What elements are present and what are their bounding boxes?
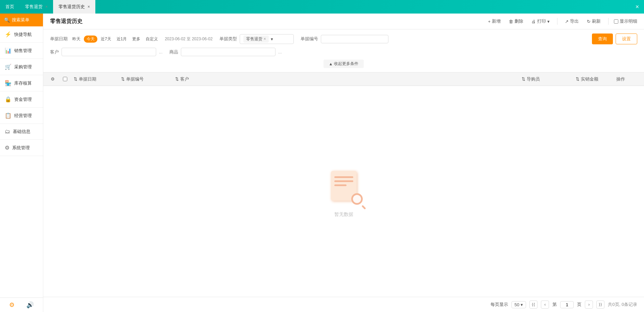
th-date[interactable]: ⇅ 单据日期 [71,76,118,82]
sidebar-item-sales-label: 销售管理 [14,48,32,54]
tab-retail-return[interactable]: 零售退货 × [20,0,53,14]
sidebar-item-operations[interactable]: 📋 经营管理 [0,108,43,124]
show-detail-checkbox[interactable] [614,19,618,24]
date-opt-7days[interactable]: 近7天 [99,36,113,43]
doc-line1 [334,176,353,178]
goods-input[interactable] [181,48,276,56]
show-detail-text: 显示明细 [620,18,637,24]
settings-button[interactable]: 设置 [616,34,637,44]
last-page-btn[interactable]: ⟩⟩ [596,300,604,309]
page-input[interactable] [560,301,574,308]
refresh-button[interactable]: ↻ 刷新 [585,17,603,26]
sidebar-item-operations-label: 经营管理 [14,113,32,119]
volume-icon[interactable]: 🔊 [26,301,34,309]
sort-icon-date: ⇅ [74,76,77,82]
date-opt-1month[interactable]: 近1月 [115,36,129,43]
bill-no-input[interactable] [321,35,388,43]
total-info: 共0页, 0条记录 [608,302,637,308]
sidebar-item-quick-nav-label: 快捷导航 [14,31,32,38]
filter-area: 单据日期 昨天 今天 近7天 近1月 更多 自定义 2023-06-02 至 2… [43,29,644,72]
filter-row-2: 客户 ... 商品 ... [50,48,637,56]
export-button[interactable]: ↗ 导出 [563,17,581,26]
delete-button[interactable]: 🗑 删除 [507,17,525,26]
tab-retail-return-history-label: 零售退货历史 [58,4,85,10]
divider1 [557,18,557,25]
th-guide[interactable]: ⇅ 导购员 [519,76,573,82]
tab-retail-return-close[interactable]: × [45,4,48,9]
table-select-all[interactable] [59,77,71,81]
collapse-button[interactable]: ▲ 收起更多条件 [324,60,364,68]
quick-nav-icon: ⚡ [5,31,11,38]
search-menu-label: 搜索菜单 [12,17,29,23]
empty-text: 暂无数据 [334,211,353,218]
date-opt-yesterday[interactable]: 昨天 [70,36,82,43]
page-unit: 页 [577,302,581,308]
tab-home-label: 首页 [5,4,14,10]
refresh-label: 刷新 [592,18,601,24]
collapse-label: 收起更多条件 [334,61,358,67]
goods-ellipsis: ... [278,49,282,54]
sidebar-item-quick-nav[interactable]: ⚡ 快捷导航 [0,26,43,43]
filter-customer: 客户 ... [50,48,163,56]
prev-page-btn[interactable]: ‹ [541,300,549,309]
inventory-icon: 🏪 [5,80,11,86]
sidebar-item-system-label: 系统管理 [12,145,30,151]
add-button[interactable]: + 新增 [486,17,503,26]
tab-retail-return-history[interactable]: 零售退货历史 × [53,0,95,14]
operations-icon: 📋 [5,112,11,119]
bill-type-tag: 零售退货 × [243,36,269,43]
sidebar-item-system[interactable]: ⚙ 系统管理 [0,140,43,156]
collapse-row: ▲ 收起更多条件 [50,60,637,68]
sidebar-item-purchase-mgmt[interactable]: 🛒 采购管理 [0,59,43,75]
filter-date: 单据日期 昨天 今天 近7天 近1月 更多 自定义 2023-06-02 至 2… [50,36,213,43]
date-opt-custom[interactable]: 自定义 [144,36,160,43]
system-icon: ⚙ [5,144,9,151]
search-icon: 🔍 [4,17,10,23]
date-opt-more[interactable]: 更多 [130,36,142,43]
sidebar-item-sales-mgmt[interactable]: 📊 销售管理 [0,43,43,59]
tab-home[interactable]: 首页 [0,0,20,14]
th-customer[interactable]: ⇅ 客户 [172,76,519,82]
sort-icon-customer: ⇅ [175,76,179,82]
page-label: 第 [552,302,557,308]
date-opt-today[interactable]: 今天 [84,36,97,43]
bill-type-close[interactable]: × [264,37,266,41]
sales-icon: 📊 [5,47,11,54]
sidebar-item-inventory[interactable]: 🏪 库存核算 [0,75,43,91]
per-page-select[interactable]: 50 ▾ [511,301,526,308]
tab-retail-return-history-close[interactable]: × [88,4,90,9]
page-title: 零售退货历史 [50,18,82,25]
th-bill-no-label: 单据编号 [126,76,144,82]
goods-label: 商品 [169,49,178,55]
bill-type-value: 零售退货 [246,36,262,42]
th-amount[interactable]: ⇅ 实销金额 [573,76,614,82]
sidebar-item-finance[interactable]: 🔒 资金管理 [0,91,43,108]
th-action-label: 操作 [616,76,625,82]
sort-icon-bill: ⇅ [121,76,125,82]
customer-input[interactable] [62,48,156,56]
print-button[interactable]: 🖨 打印 ▾ [529,17,552,26]
table-area: ⚙ ⇅ 单据日期 ⇅ 单据编号 ⇅ 客户 ⇅ 导购员 [43,72,644,297]
date-options: 昨天 今天 近7天 近1月 更多 自定义 [70,36,160,43]
table-settings[interactable]: ⚙ [47,76,59,82]
header-actions: + 新增 🗑 删除 🖨 打印 ▾ ↗ 导出 ↻ [486,17,637,26]
select-all-checkbox[interactable] [63,77,67,81]
delete-label: 删除 [515,18,523,24]
filter-bill-no: 单据编号 [301,35,388,43]
settings-bottom-icon[interactable]: ⚙ [9,301,15,309]
show-detail-label: 显示明细 [614,18,637,24]
doc-line2 [334,180,353,182]
sidebar-item-basic-info[interactable]: 🗂 基础信息 [0,124,43,140]
th-bill-no[interactable]: ⇅ 单据编号 [118,76,172,82]
next-page-btn[interactable]: › [585,300,593,309]
sidebar-item-basic-info-label: 基础信息 [13,129,30,135]
page-header: 零售退货历史 + 新增 🗑 删除 🖨 打印 ▾ ↗ 导出 [43,14,644,29]
bill-type-select[interactable]: 零售退货 × ▾ [240,34,294,44]
customer-label: 客户 [50,49,59,55]
search-menu[interactable]: 🔍 搜索菜单 [0,14,43,26]
query-button[interactable]: 查询 [592,34,613,44]
window-close-button[interactable]: × [630,0,644,14]
first-page-btn[interactable]: ⟨⟨ [529,300,538,309]
per-page-dropdown-icon: ▾ [521,302,523,307]
print-icon: 🖨 [531,19,536,24]
